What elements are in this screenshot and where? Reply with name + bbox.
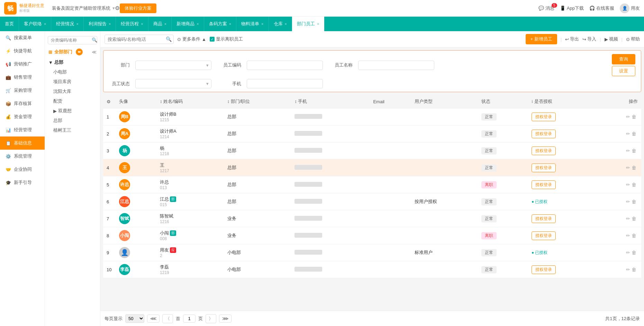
sidebar-item-采购管理[interactable]: 🛒采购管理: [0, 84, 45, 97]
help-btn[interactable]: ⊙ 帮助: [626, 36, 640, 42]
nav-tab-部门员工[interactable]: 部门员工×: [292, 17, 324, 31]
sidebar-item-经营管理[interactable]: 📊经营管理: [0, 123, 45, 136]
edit-btn[interactable]: ✏: [626, 199, 630, 204]
delete-btn[interactable]: 🗑: [632, 148, 636, 153]
delete-btn[interactable]: 🗑: [632, 131, 636, 136]
import-btn[interactable]: ↪ 导入: [582, 36, 596, 42]
first-page-btn[interactable]: ⋘: [147, 315, 160, 323]
col-name[interactable]: ↕ 姓名/编码: [156, 95, 224, 108]
auth-btn[interactable]: 授权登录: [532, 180, 556, 189]
tab-close-icon[interactable]: ×: [317, 22, 319, 26]
nav-tab-客户联络[interactable]: 客户联络×: [19, 17, 51, 31]
dept-child-shenyangDaku[interactable]: 沈阳大库: [45, 87, 100, 96]
export-btn[interactable]: ↩ 导出: [565, 36, 579, 42]
view-btn[interactable]: ▶ 视频: [605, 36, 618, 42]
dept-edit-icon[interactable]: ✏: [76, 49, 83, 55]
dept-child-peihuo[interactable]: 配货: [45, 96, 100, 106]
dept-child-xiangmuKufang[interactable]: 项目库房: [45, 77, 100, 87]
show-resigned-toggle[interactable]: ✓ 显示离职员工: [210, 36, 243, 42]
tab-close-icon[interactable]: ×: [164, 22, 166, 26]
col-phone[interactable]: ↕ 手机: [291, 95, 370, 108]
col-dept[interactable]: ↕ 部门/职位: [224, 95, 291, 108]
edit-btn[interactable]: ✏: [626, 131, 630, 136]
auth-btn[interactable]: 授权登录: [532, 265, 556, 274]
nav-tab-经营情况[interactable]: 经营情况×: [51, 17, 83, 31]
auth-btn[interactable]: 授权登录: [532, 231, 556, 240]
per-page-select[interactable]: 50 100: [125, 314, 144, 323]
dept-child-xiaodianbu[interactable]: 小电部: [45, 67, 100, 77]
sidebar-item-销售管理[interactable]: 💼销售管理: [0, 71, 45, 84]
delete-btn[interactable]: 🗑: [632, 216, 636, 221]
nav-tab-条码方案[interactable]: 条码方案×: [204, 17, 236, 31]
search-icon[interactable]: 🔍: [166, 36, 172, 42]
delete-btn[interactable]: 🗑: [632, 165, 636, 170]
user-area[interactable]: 👤 用友: [620, 3, 640, 13]
emp-status-filter-select[interactable]: [135, 79, 211, 88]
app-download-btn[interactable]: 📱 App下载: [560, 5, 584, 11]
search-input[interactable]: [105, 35, 174, 44]
tab-close-icon[interactable]: ×: [285, 22, 287, 26]
emp-code-filter-input[interactable]: [247, 61, 323, 70]
prev-page-btn[interactable]: 〈: [162, 314, 173, 323]
edit-btn[interactable]: ✏: [626, 114, 630, 120]
sidebar-item-营销推广[interactable]: 📢营销推广: [0, 58, 45, 71]
tab-close-icon[interactable]: ×: [141, 22, 143, 26]
add-emp-btn[interactable]: + 新增员工: [526, 34, 557, 44]
sidebar-item-系统管理[interactable]: ⚙️系统管理: [0, 150, 45, 163]
delete-btn[interactable]: 🗑: [632, 267, 636, 272]
dept-search-input[interactable]: [48, 36, 97, 44]
edit-btn[interactable]: ✏: [626, 267, 630, 272]
set-btn[interactable]: 设置: [612, 66, 635, 76]
dept-collapse-icon[interactable]: ≪: [92, 50, 97, 55]
nav-tab-利润报告[interactable]: 利润报告×: [84, 17, 116, 31]
edit-btn[interactable]: ✏: [626, 182, 630, 187]
tab-close-icon[interactable]: ×: [109, 22, 111, 26]
sidebar-item-基础信息[interactable]: 📋基础信息: [0, 136, 45, 150]
edit-btn[interactable]: ✏: [626, 216, 630, 221]
tab-close-icon[interactable]: ×: [44, 22, 46, 26]
edit-btn[interactable]: ✏: [626, 250, 630, 255]
nav-tab-经营历程[interactable]: 经营历程×: [116, 17, 148, 31]
edit-btn[interactable]: ✏: [626, 233, 630, 238]
edit-btn[interactable]: ✏: [626, 148, 630, 153]
dept-child-zongbu2[interactable]: 总部: [45, 116, 100, 125]
delete-btn[interactable]: 🗑: [632, 250, 636, 255]
delete-btn[interactable]: 🗑: [632, 233, 636, 238]
edit-btn[interactable]: ✏: [626, 165, 630, 170]
auth-btn[interactable]: 授权登录: [532, 214, 556, 223]
experience-btn[interactable]: 体验行业方案: [120, 3, 156, 13]
more-conditions-btn[interactable]: ⊙ 更多条件 ▲: [177, 36, 206, 42]
auth-btn[interactable]: 授权登录: [532, 147, 556, 155]
system-title-dropdown[interactable]: ▾: [112, 6, 115, 11]
online-service-btn[interactable]: 🎧 在线客服: [589, 5, 614, 11]
auth-btn[interactable]: 授权登录: [532, 164, 556, 172]
dept-child-shuangluXiang[interactable]: ▶ 双鹿想: [45, 106, 100, 116]
sidebar-item-搜索菜单[interactable]: 🔍搜索菜单: [0, 31, 45, 44]
nav-tab-商品[interactable]: 商品×: [148, 17, 172, 31]
dept-all-item[interactable]: ⊞ 全部部门 ✏ ≪: [45, 46, 100, 58]
auth-btn[interactable]: 授权登录: [532, 130, 556, 138]
last-page-btn[interactable]: ⋙: [219, 315, 232, 323]
dept-group-zongbu[interactable]: ▼ 总部: [45, 58, 100, 67]
tab-close-icon[interactable]: ×: [197, 22, 199, 26]
phone-filter-input[interactable]: [247, 79, 323, 88]
col-settings[interactable]: ⚙: [103, 95, 116, 108]
page-input[interactable]: [183, 315, 196, 323]
nav-tab-仓库[interactable]: 仓库×: [269, 17, 292, 31]
gear-button[interactable]: ⚙: [115, 5, 120, 11]
emp-name-filter-input[interactable]: [358, 61, 434, 70]
next-page-btn[interactable]: 〉: [206, 314, 216, 323]
tab-close-icon[interactable]: ×: [261, 22, 263, 26]
sidebar-item-快捷导航[interactable]: ⚡快捷导航: [0, 44, 45, 58]
dept-child-zhishuWangsan[interactable]: 植树王三: [45, 125, 100, 135]
delete-btn[interactable]: 🗑: [632, 182, 636, 187]
sidebar-item-资金管理[interactable]: 💰资金管理: [0, 110, 45, 123]
auth-btn[interactable]: 授权登录: [532, 113, 556, 121]
nav-tab-物料清单[interactable]: 物料清单×: [236, 17, 269, 31]
query-btn[interactable]: 查询: [612, 54, 635, 64]
dept-filter-select[interactable]: [135, 61, 211, 70]
sidebar-item-企业协同[interactable]: 🤝企业协同: [0, 163, 45, 176]
tab-close-icon[interactable]: ×: [76, 22, 78, 26]
sidebar-item-新手引导[interactable]: 🎓新手引导: [0, 176, 45, 189]
message-btn[interactable]: 💬 消息 5: [538, 5, 554, 11]
